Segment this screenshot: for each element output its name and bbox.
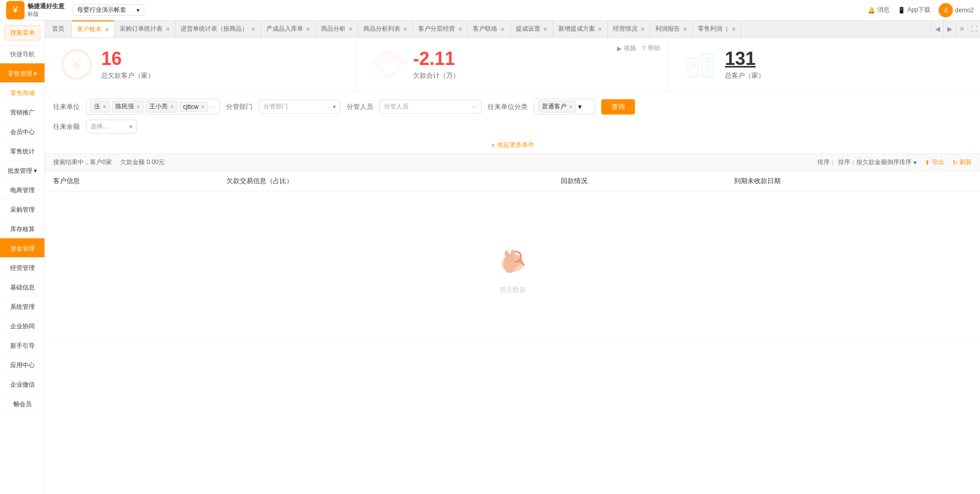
tab-business-status[interactable]: 经营情况 × [608, 20, 650, 38]
sidebar-item-ecommerce[interactable]: 电商管理 [0, 180, 44, 199]
tag-close-cj[interactable]: × [201, 103, 204, 110]
unit-class-label: 往来单位分类 [488, 102, 528, 111]
tab-close-icon[interactable]: × [306, 26, 310, 33]
tab-inbound-stats[interactable]: 进货单统计表（按商品） × [175, 20, 261, 38]
tag-close-normal[interactable]: × [569, 103, 573, 110]
table-header-row: 客户信息 欠款交易信息（占比） 回款情况 到期未收款日期 [45, 171, 980, 191]
app-download-button[interactable]: 📱 App下载 [898, 6, 930, 14]
svg-point-15 [505, 251, 509, 257]
tab-close-icon[interactable]: × [458, 26, 462, 33]
filter-tag-normal-customer[interactable]: 普通客户 × [538, 101, 576, 113]
filter-tag-chen[interactable]: 陈民强 × [112, 101, 144, 113]
tab-commission-settings[interactable]: 提成设置 × [511, 20, 553, 38]
search-menu-button[interactable]: 搜索菜单 [4, 26, 40, 40]
tab-close-icon[interactable]: × [105, 26, 109, 33]
tab-close-icon[interactable]: × [166, 26, 170, 33]
stat-label-customers: 总欠款客户（家） [101, 71, 341, 80]
user-avatar[interactable]: d demo2 [939, 3, 974, 17]
tab-next-arrow[interactable]: ▶ [943, 20, 955, 38]
messages-button[interactable]: 🔔 消息 [868, 6, 890, 14]
tab-close-icon[interactable]: × [543, 26, 548, 33]
tab-home[interactable]: 首页 [45, 20, 72, 38]
sidebar-item-marketing[interactable]: 营销推广 [0, 102, 44, 122]
refresh-button[interactable]: ↻ 刷新 [952, 158, 972, 167]
filter-tag-wu[interactable]: 伍 × [90, 101, 110, 113]
sidebar-item-member-center[interactable]: 会员中心 [0, 122, 44, 141]
account-dropdown[interactable]: 母婴行业演示帐套 ▾ [73, 4, 144, 16]
sort-select[interactable]: 排序： 排序：按欠款金额倒序排序 ▾ [817, 158, 917, 167]
tab-purchase-order-stats[interactable]: 采购订单统计表 × [115, 20, 175, 38]
tab-close-icon[interactable]: × [251, 26, 255, 33]
tab-close-all[interactable]: ✕ [955, 20, 968, 38]
tag-close-wang[interactable]: × [170, 103, 174, 110]
chevron-down-icon: ▾ [333, 103, 336, 110]
filter-tag-wang[interactable]: 王小亮 × [146, 101, 177, 113]
tag-close-chen[interactable]: × [136, 103, 140, 110]
tab-bar-end: ◀ ▶ ✕ ⛶ [931, 20, 980, 38]
sidebar-item-retail-store[interactable]: 零售商城 [0, 83, 44, 102]
sidebar-item-retail-stats[interactable]: 零售统计 [0, 141, 44, 161]
tab-product-inbound[interactable]: 产成品入库单 × [261, 20, 316, 38]
tab-expand-icon[interactable]: ⛶ [968, 20, 980, 38]
sidebar-item-new-guide[interactable]: 新手引导 [0, 335, 44, 355]
unit-class-filter[interactable]: 普通客户 × ▾ [534, 99, 595, 115]
tab-close-icon[interactable]: × [732, 26, 736, 33]
sidebar-item-enterprise-wx[interactable]: 企业微信 [0, 374, 44, 394]
sidebar-item-inventory[interactable]: 库存核算 [0, 219, 44, 238]
filter-tag-cj[interactable]: cjttcw × [179, 102, 208, 112]
export-button[interactable]: ⬆ 导出 [925, 158, 944, 167]
tab-product-analysis[interactable]: 商品分析 × [316, 20, 358, 38]
tab-close-icon[interactable]: × [500, 26, 505, 33]
empty-state: 暂无数据 [53, 197, 972, 335]
tab-close-icon[interactable]: × [403, 26, 407, 33]
stat-icon-money: ¥ [60, 48, 93, 81]
query-button[interactable]: 查询 [601, 99, 635, 115]
tab-customer-ledger[interactable]: 客户账本 × [72, 20, 115, 38]
tab-close-icon[interactable]: × [683, 26, 687, 33]
sidebar-item-app-center[interactable]: 应用中心 [0, 355, 44, 374]
chevron-down-icon: ▾ [914, 159, 917, 166]
stat-info-amount: -2.11 欠款合计（万） [413, 49, 653, 80]
tab-close-icon[interactable]: × [349, 26, 353, 33]
tab-close-icon[interactable]: × [641, 26, 645, 33]
person-filter-input[interactable]: 分管人员 ··· [379, 100, 482, 114]
chevron-down-icon: ▾ [578, 103, 582, 110]
tab-customer-contact[interactable]: 客户联络 × [468, 20, 510, 38]
filter-more-tags[interactable]: ··· [210, 103, 215, 110]
sidebar-item-purchase[interactable]: 采购管理 [0, 199, 44, 219]
dept-filter-select[interactable]: 分管部门 ··· ▾ [259, 100, 340, 114]
video-link[interactable]: ▶ 视频 [617, 44, 636, 53]
collapse-button[interactable]: ∧ 收起更多条件 [491, 141, 534, 149]
table-body: 暂无数据 [45, 191, 980, 342]
balance-filter-select[interactable]: 选择... ▾ [86, 120, 137, 133]
tab-customer-stratify[interactable]: 客户分层经营 × [413, 20, 468, 38]
tab-prev-arrow[interactable]: ◀ [931, 20, 943, 38]
sidebar-item-basic-info[interactable]: 基础信息 [0, 277, 44, 297]
dept-filter-label: 分管部门 [226, 102, 253, 111]
sidebar-item-wholesale-mgmt[interactable]: 批发管理 ▾ [0, 161, 44, 180]
help-link[interactable]: ? 帮助 [642, 44, 660, 53]
sidebar-item-chang-member[interactable]: 畅会员 [0, 394, 44, 413]
tab-product-analysis-list[interactable]: 商品分析列表 × [358, 20, 413, 38]
svg-marker-3 [374, 50, 403, 63]
tab-profit-report[interactable]: 利润报告 × [650, 20, 693, 38]
empty-label: 暂无数据 [499, 285, 526, 295]
sidebar-search-section: 搜索菜单 [0, 20, 44, 46]
person-more-icon: ··· [472, 103, 477, 110]
tag-close-wu[interactable]: × [103, 103, 106, 110]
balance-filter-label: 往来余额 [53, 122, 80, 131]
tab-close-icon[interactable]: × [598, 26, 602, 33]
sidebar-item-operations[interactable]: 经营管理 [0, 258, 44, 277]
sidebar-item-retail-mgmt[interactable]: 零售管理 ▾ [0, 63, 44, 83]
stat-card-total: 131 总客户（家） [669, 38, 980, 91]
tab-retail-profit[interactable]: 零售利润（ × [693, 20, 741, 38]
unit-filter-tags[interactable]: 伍 × 陈民强 × 王小亮 × cjttcw × [86, 99, 220, 115]
sidebar-item-enterprise-collab[interactable]: 企业协同 [0, 316, 44, 335]
sidebar-item-finance[interactable]: 资金管理 [0, 238, 44, 258]
quick-nav-button[interactable]: 快捷导航 [0, 46, 44, 63]
tab-new-commission[interactable]: 新增提成方案 × [553, 20, 608, 38]
sidebar-item-system-mgmt[interactable]: 系统管理 [0, 297, 44, 316]
search-result-info: 搜索结果中，客户0家 欠款金额 0.00元 [53, 158, 165, 167]
col-customer-info: 客户信息 [45, 171, 218, 191]
page-content: ¥ 16 总欠款客户（家） [45, 38, 980, 494]
